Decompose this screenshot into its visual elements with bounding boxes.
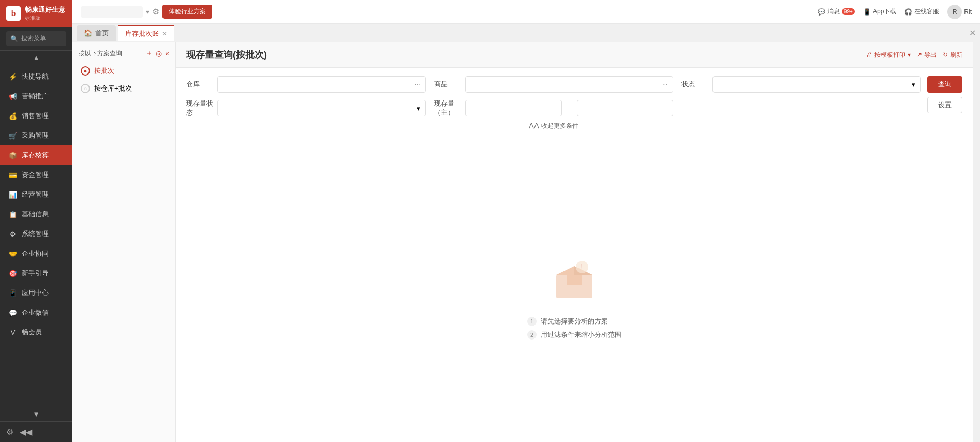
refresh-label: 刷新 bbox=[950, 51, 962, 60]
sidebar-item-membership[interactable]: V畅会员 bbox=[0, 322, 72, 342]
topbar-gear-btn[interactable]: ⚙ bbox=[152, 7, 159, 17]
warehouse-label: 仓库 bbox=[186, 80, 217, 89]
close-panel-btn[interactable]: ✕ bbox=[969, 28, 976, 38]
sidebar-item-base-info[interactable]: 📋基础信息 bbox=[0, 204, 72, 224]
search-icon: 🔍 bbox=[10, 35, 18, 42]
search-menu-button[interactable]: 🔍 搜索菜单 bbox=[6, 31, 66, 46]
nav-icon-enterprise-collab: 🤝 bbox=[8, 249, 18, 258]
left-panel-header: 按以下方案查询 ＋ ◎ « bbox=[72, 47, 175, 62]
sidebar-item-sales[interactable]: 💰销售管理 bbox=[0, 106, 72, 126]
nav-icon-new-guide: 🎯 bbox=[8, 269, 18, 278]
query-button[interactable]: 查询 bbox=[927, 76, 962, 93]
nav-icon-finance: 💳 bbox=[8, 170, 18, 180]
nav-label-quick-nav: 快捷导航 bbox=[22, 72, 49, 81]
scheme-item-by-warehouse-batch[interactable]: ○ 按仓库+批次 bbox=[72, 80, 175, 97]
sidebar-nav: ⚡快捷导航📢营销推广💰销售管理🛒采购管理📦库存核算💳资金管理📊经营管理📋基础信息… bbox=[0, 65, 72, 407]
sidebar-item-operations[interactable]: 📊经营管理 bbox=[0, 185, 72, 204]
nav-label-sales: 销售管理 bbox=[22, 111, 49, 121]
user-profile-item[interactable]: R Rit bbox=[947, 5, 972, 19]
sidebar-item-marketing[interactable]: 📢营销推广 bbox=[0, 86, 72, 106]
tab-close-btn[interactable]: ✕ bbox=[162, 31, 167, 37]
collapse-up-icon: ⋀⋀ bbox=[529, 122, 539, 130]
collapse-left-panel-btn[interactable]: « bbox=[165, 49, 169, 58]
topbar: ▾ ⚙ 体验行业方案 💬 消息 99+ 📱 App下载 🎧 在线客服 R Rit bbox=[72, 0, 980, 24]
sidebar-header: b 畅康通好生意 标准版 bbox=[0, 0, 72, 27]
hint-num-1: 1 bbox=[527, 317, 537, 326]
sidebar-scroll-up[interactable]: ▲ bbox=[0, 52, 72, 64]
print-icon: 🖨 bbox=[866, 51, 872, 58]
sidebar-scroll-down[interactable]: ▼ bbox=[0, 408, 72, 420]
refresh-btn[interactable]: ↻ 刷新 bbox=[943, 51, 962, 60]
nav-label-marketing: 营销推广 bbox=[22, 92, 49, 101]
online-service-item[interactable]: 🎧 在线客服 bbox=[904, 7, 939, 16]
right-main: 现存量查询(按批次) 🖨 按模板打印 ▾ ↗ 导出 ↻ 刷新 bbox=[176, 42, 973, 442]
filter-settings-button[interactable]: 设置 bbox=[927, 97, 962, 113]
warehouse-input[interactable]: ··· bbox=[217, 76, 426, 93]
messages-badge: 99+ bbox=[842, 8, 855, 15]
nav-label-operations: 经营管理 bbox=[22, 190, 49, 199]
hint-num-2: 2 bbox=[527, 330, 537, 340]
left-panel-actions: ＋ ◎ « bbox=[145, 49, 169, 58]
filter-container: 仓库 ··· 商品 ··· bbox=[176, 68, 973, 143]
collapse-filter-row[interactable]: ⋀⋀ 收起更多条件 bbox=[186, 117, 921, 135]
scheme-settings-btn[interactable]: ◎ bbox=[156, 49, 162, 58]
sidebar-item-system[interactable]: ⚙系统管理 bbox=[0, 224, 72, 244]
page-title: 现存量查询(按批次) bbox=[186, 49, 267, 61]
sidebar-item-new-guide[interactable]: 🎯新手引导 bbox=[0, 263, 72, 283]
warehouse-more-icon[interactable]: ··· bbox=[415, 81, 420, 88]
topbar-search-input[interactable] bbox=[81, 6, 143, 18]
collapse-sidebar-button[interactable]: ◀◀ bbox=[20, 427, 32, 437]
sidebar-item-inventory[interactable]: 📦库存核算 bbox=[0, 145, 72, 165]
inventory-status-field: 现存量状态 ▾ bbox=[186, 99, 426, 117]
tab-batch-account[interactable]: 库存批次账 ✕ bbox=[118, 25, 174, 41]
nav-icon-app-center: 📱 bbox=[8, 288, 18, 298]
tab-home[interactable]: 🏠 首页 bbox=[77, 25, 116, 41]
product-filter-field: 商品 ··· bbox=[434, 76, 674, 93]
right-scrollbar[interactable] bbox=[973, 42, 980, 442]
product-more-icon[interactable]: ··· bbox=[662, 81, 667, 88]
sidebar: b 畅康通好生意 标准版 🔍 搜索菜单 ▲ ⚡快捷导航📢营销推广💰销售管理🛒采购… bbox=[0, 0, 72, 442]
export-btn[interactable]: ↗ 导出 bbox=[917, 51, 937, 60]
nav-icon-quick-nav: ⚡ bbox=[8, 72, 18, 81]
inventory-status-select[interactable]: ▾ bbox=[217, 100, 426, 116]
message-icon: 💬 bbox=[818, 8, 825, 16]
sidebar-item-purchase[interactable]: 🛒采购管理 bbox=[0, 126, 72, 145]
product-input[interactable]: ··· bbox=[465, 76, 674, 93]
nav-label-enterprise-collab: 企业协同 bbox=[22, 249, 49, 258]
messages-item[interactable]: 💬 消息 99+ bbox=[818, 7, 855, 16]
app-name: 畅康通好生意 bbox=[25, 5, 65, 14]
tabs-bar: 🏠 首页 库存批次账 ✕ ✕ bbox=[72, 24, 980, 42]
nav-icon-base-info: 📋 bbox=[8, 210, 18, 219]
nav-icon-system: ⚙ bbox=[8, 229, 18, 239]
status-select[interactable]: ▾ bbox=[712, 76, 921, 93]
sidebar-item-enterprise-wechat[interactable]: 💬企业微信 bbox=[0, 303, 72, 322]
nav-label-base-info: 基础信息 bbox=[22, 210, 49, 219]
main-area: ▾ ⚙ 体验行业方案 💬 消息 99+ 📱 App下载 🎧 在线客服 R Rit bbox=[72, 0, 980, 442]
add-scheme-btn[interactable]: ＋ bbox=[145, 49, 153, 58]
svg-rect-3 bbox=[567, 275, 582, 285]
sidebar-item-quick-nav[interactable]: ⚡快捷导航 bbox=[0, 67, 72, 86]
nav-label-finance: 资金管理 bbox=[22, 170, 49, 180]
app-download-item[interactable]: 📱 App下载 bbox=[863, 7, 896, 16]
user-name-label: Rit bbox=[964, 8, 972, 16]
sidebar-footer: ⚙ ◀◀ bbox=[0, 421, 72, 442]
experience-industry-btn[interactable]: 体验行业方案 bbox=[162, 5, 212, 19]
left-panel-title: 按以下方案查询 bbox=[79, 49, 122, 58]
empty-hint-2: 2 用过滤条件来缩小分析范围 bbox=[527, 330, 621, 340]
inventory-qty-to[interactable] bbox=[577, 100, 674, 116]
settings-footer-button[interactable]: ⚙ bbox=[6, 427, 13, 437]
sidebar-item-app-center[interactable]: 📱应用中心 bbox=[0, 283, 72, 303]
topbar-dropdown-btn[interactable]: ▾ bbox=[146, 8, 149, 16]
print-template-btn[interactable]: 🖨 按模板打印 ▾ bbox=[866, 51, 911, 60]
refresh-icon: ↻ bbox=[943, 51, 948, 58]
warehouse-filter-field: 仓库 ··· bbox=[186, 76, 426, 93]
inventory-qty-from[interactable] bbox=[465, 100, 562, 116]
app-logo: b bbox=[6, 6, 21, 21]
sidebar-item-enterprise-collab[interactable]: 🤝企业协同 bbox=[0, 244, 72, 263]
scheme-item-by-batch[interactable]: ● 按批次 bbox=[72, 62, 175, 80]
sidebar-item-finance[interactable]: 💳资金管理 bbox=[0, 165, 72, 185]
product-label: 商品 bbox=[434, 80, 465, 89]
topbar-breadcrumb: ▾ ⚙ 体验行业方案 bbox=[81, 5, 812, 19]
scheme-by-warehouse-batch-label: 按仓库+批次 bbox=[94, 84, 132, 93]
nav-label-purchase: 采购管理 bbox=[22, 131, 49, 140]
